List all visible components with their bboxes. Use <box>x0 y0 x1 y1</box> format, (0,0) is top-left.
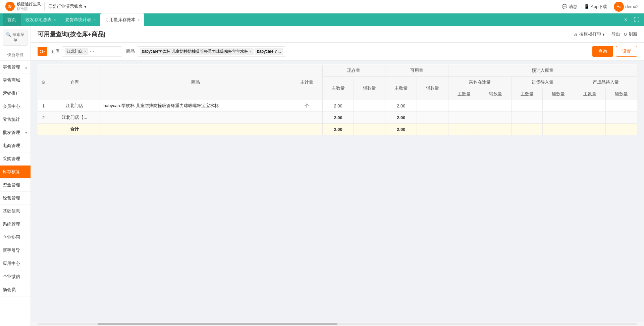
total-arriving-main <box>511 124 543 135</box>
sidebar-item-retail-mall[interactable]: 零售商城 <box>0 74 31 87</box>
content-area: 可用量查询(按仓库+商品) 🖨 按模板打印 ▾ ↑ 导出 ↻ 刷新 ≫ <box>31 26 644 326</box>
total-stock-aux <box>354 124 385 135</box>
table-row: 1 江北门店 babycare学饮杯 儿童防摔防撞吸管杯重力球吸嘴杯宝宝水杯 个… <box>38 100 637 112</box>
sidebar-item-operations-mgmt[interactable]: 经营管理 <box>0 192 31 205</box>
row1-arriving-aux <box>543 100 574 112</box>
gear-icon[interactable]: ⚙ <box>41 80 46 85</box>
quick-nav-button[interactable]: 快捷导航 <box>0 49 31 61</box>
row2-avail-aux <box>417 112 448 124</box>
sidebar-item-enterprise-wechat[interactable]: 企业微信 <box>0 270 31 283</box>
sidebar-item-member-center[interactable]: 会员中心 <box>0 100 31 113</box>
product-tag-2: babycare？... <box>255 48 283 55</box>
th-production-pending: 产成品待入量 <box>574 77 637 88</box>
top-bar: 好 畅捷通好生意 标准版 母婴行业演示账套 ▾ 💬 消息 📱 App下载 Ea … <box>0 0 644 13</box>
sidebar-item-inventory-check[interactable]: 库存核算 <box>0 166 31 179</box>
row2-product <box>100 112 291 124</box>
total-arriving-aux <box>543 124 574 135</box>
sidebar-item-purchase-mgmt[interactable]: 采购管理 <box>0 152 31 166</box>
row2-index: 2 <box>38 112 49 124</box>
app-download-button[interactable]: 📱 App下载 <box>584 4 607 10</box>
sidebar-item-new-guide[interactable]: 新手引导 <box>0 244 31 257</box>
print-chevron-icon: ▾ <box>602 32 605 37</box>
tab-close-receive-send[interactable]: × <box>54 18 56 22</box>
app-download-icon: 📱 <box>584 4 589 9</box>
total-transit-aux <box>480 124 511 135</box>
th-product: 商品 <box>100 65 291 100</box>
total-production-aux <box>606 124 637 135</box>
tab-receive-send[interactable]: 收发存汇总表 × <box>21 13 60 26</box>
total-empty-2 <box>100 124 291 135</box>
page-header: 可用量查询(按仓库+商品) 🖨 按模板打印 ▾ ↑ 导出 ↻ 刷新 <box>31 26 644 43</box>
tab-close-order-stats[interactable]: × <box>93 18 95 22</box>
tab-available-stock[interactable]: 可用量库存账本 × <box>100 13 144 26</box>
sidebar-item-system-mgmt[interactable]: 系统管理 <box>0 218 31 231</box>
logo-text: 畅捷通好生意 标准版 <box>17 2 41 11</box>
product-input[interactable]: babycare学饮杯 儿童防摔防撞吸管杯重力球吸嘴杯宝宝水杯 × babyca… <box>137 46 286 57</box>
sidebar-item-member-vip[interactable]: 畅会员 <box>0 283 31 296</box>
warehouse-tag-remove[interactable]: × <box>84 49 86 53</box>
warehouse-input[interactable]: 江北门店 × ··· <box>62 46 122 57</box>
refresh-button[interactable]: ↻ 刷新 <box>624 31 637 37</box>
main-layout: 🔍 搜索菜单 快捷导航 零售管理 ▲ 零售商城 营销推广 会员中心 零售统计 批… <box>0 26 644 326</box>
sidebar-item-ecommerce[interactable]: 电商管理 <box>0 139 31 152</box>
tab-order-stats[interactable]: 要货单统计表 × <box>60 13 100 26</box>
sidebar-item-wholesale-mgmt[interactable]: 批发管理 ▼ <box>0 126 31 139</box>
logo-area: 好 畅捷通好生意 标准版 <box>5 2 41 11</box>
close-all-tabs-button[interactable]: × <box>622 17 629 23</box>
row2-warehouse: 江北门店【... <box>49 112 100 124</box>
warehouse-label: 仓库 <box>51 48 60 54</box>
th-avail-main: 主数量 <box>385 77 417 100</box>
product-label: 商品 <box>126 48 135 54</box>
total-stock-main: 2.00 <box>322 124 354 135</box>
nav-tabs-right: × ⛶ <box>622 17 641 23</box>
th-available-qty: 可用量 <box>385 65 448 77</box>
row1-transit-aux <box>480 100 511 112</box>
export-button[interactable]: ↑ 导出 <box>608 31 621 37</box>
message-button[interactable]: 💬 消息 <box>562 4 577 10</box>
sidebar-item-app-center[interactable]: 应用中心 <box>0 257 31 270</box>
tab-close-available-stock[interactable]: × <box>138 18 140 22</box>
filter-actions: 查询 设置 <box>592 46 637 57</box>
filter-bar: ≫ 仓库 江北门店 × ··· 商品 babycare学饮杯 儿童防摔防撞吸管杯… <box>31 43 644 60</box>
sidebar-item-marketing[interactable]: 营销推广 <box>0 87 31 100</box>
chevron-down-icon: ▼ <box>24 131 28 135</box>
sidebar-item-finance-mgmt[interactable]: 资金管理 <box>0 179 31 192</box>
total-label: 合计 <box>49 124 100 135</box>
avatar: Ea <box>614 2 624 12</box>
th-arriving-main: 主数量 <box>511 88 543 100</box>
product-tag-1-remove[interactable]: × <box>250 49 252 53</box>
scroll-track <box>38 323 637 325</box>
query-button[interactable]: 查询 <box>592 46 613 57</box>
store-selector[interactable]: 母婴行业演示账套 ▾ <box>44 2 90 11</box>
message-icon: 💬 <box>562 4 567 9</box>
filter-toggle-button[interactable]: ≫ <box>38 47 47 56</box>
th-current-stock: 现存量 <box>322 65 385 77</box>
user-menu[interactable]: Ea demo2 <box>614 2 639 12</box>
sidebar-search-area: 🔍 搜索菜单 <box>0 26 31 49</box>
sidebar-item-enterprise-collab[interactable]: 企业协同 <box>0 231 31 244</box>
row1-arriving-main <box>511 100 543 112</box>
sidebar: 🔍 搜索菜单 快捷导航 零售管理 ▲ 零售商城 营销推广 会员中心 零售统计 批… <box>0 26 31 326</box>
search-menu-button[interactable]: 🔍 搜索菜单 <box>3 30 28 46</box>
settings-button[interactable]: 设置 <box>616 46 637 57</box>
row2-stock-aux <box>354 112 385 124</box>
th-arriving-aux: 辅数量 <box>543 88 574 100</box>
bottom-scrollbar[interactable] <box>31 322 644 326</box>
total-empty-1 <box>38 124 49 135</box>
row1-production-aux <box>606 100 637 112</box>
sidebar-item-retail-mgmt[interactable]: 零售管理 ▲ <box>0 61 31 74</box>
sidebar-item-retail-stats[interactable]: 零售统计 <box>0 113 31 126</box>
sidebar-item-basic-info[interactable]: 基础信息 <box>0 205 31 218</box>
expand-button[interactable]: ⛶ <box>632 17 641 23</box>
scroll-thumb <box>98 323 337 325</box>
tab-home[interactable]: 首页 <box>3 13 21 26</box>
product-filter-group: 商品 babycare学饮杯 儿童防摔防撞吸管杯重力球吸嘴杯宝宝水杯 × bab… <box>126 46 286 57</box>
print-button[interactable]: 🖨 按模板打印 ▾ <box>574 31 605 37</box>
th-stock-main: 主数量 <box>322 77 354 100</box>
export-icon: ↑ <box>608 32 610 37</box>
th-purchase-arriving: 进货待入量 <box>511 77 574 88</box>
table-area: ⚙ 仓库 商品 主计量 现存量 <box>31 60 644 322</box>
print-icon: 🖨 <box>574 32 578 37</box>
warehouse-more-button[interactable]: ··· <box>90 48 94 54</box>
row1-unit: 个 <box>291 100 322 112</box>
